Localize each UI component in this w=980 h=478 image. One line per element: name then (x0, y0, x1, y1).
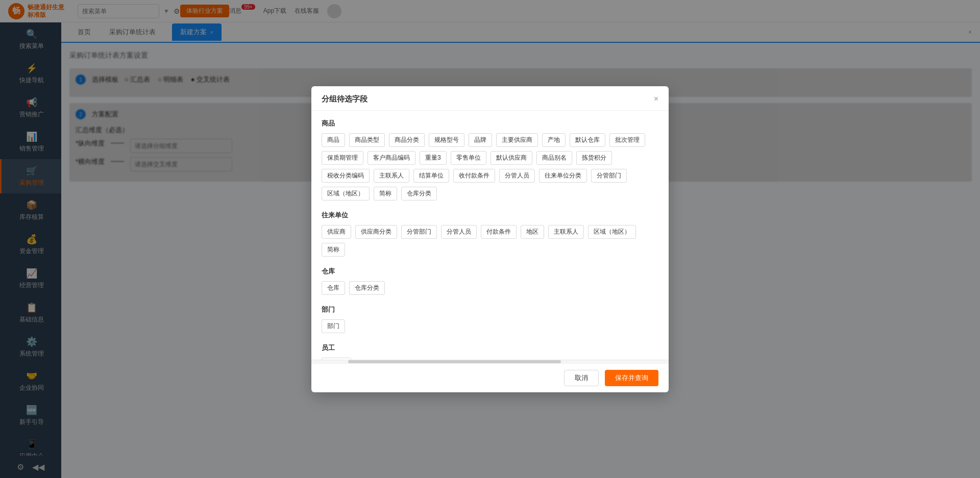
field-tag-partner-region[interactable]: 区域（地区） (588, 225, 636, 239)
field-tag-origin[interactable]: 产地 (542, 133, 566, 147)
field-tag-default-supplier[interactable]: 默认供应商 (491, 151, 532, 165)
field-tag-payment-cond[interactable]: 付款条件 (481, 225, 517, 239)
modal-hscrollbar[interactable] (311, 360, 669, 363)
section-title-warehouse: 仓库 (322, 267, 658, 276)
modal-title: 分组待选字段 (322, 94, 368, 104)
modal-footer: 取消 保存并查询 (311, 363, 669, 392)
field-tag-retail-unit[interactable]: 零售单位 (451, 151, 486, 165)
field-tag-payment-terms[interactable]: 收付款条件 (453, 169, 495, 183)
field-tag-customer-code[interactable]: 客户商品编码 (368, 151, 415, 165)
field-tag-partner-supervisor[interactable]: 分管人员 (441, 225, 477, 239)
field-tag-goods-type[interactable]: 商品类型 (349, 133, 385, 147)
field-tag-dept[interactable]: 分管部门 (591, 169, 627, 183)
field-tag-default-warehouse[interactable]: 默认仓库 (570, 133, 605, 147)
field-section-warehouse: 仓库 仓库 仓库分类 (322, 267, 658, 295)
field-section-employee: 员工 业务员 (322, 343, 658, 360)
field-tag-department[interactable]: 部门 (322, 319, 345, 333)
field-tags-department: 部门 (322, 319, 658, 333)
field-tag-area[interactable]: 地区 (521, 225, 544, 239)
section-title-goods: 商品 (322, 119, 658, 128)
field-tag-main-contact[interactable]: 主联系人 (374, 169, 409, 183)
field-tag-partner-category[interactable]: 往来单位分类 (539, 169, 587, 183)
field-section-partner: 往来单位 供应商 供应商分类 分管部门 分管人员 付款条件 地区 主联系人 区域… (322, 211, 658, 257)
field-tag-shelf-life[interactable]: 保质期管理 (322, 151, 363, 165)
field-tag-spec-model[interactable]: 规格型号 (429, 133, 464, 147)
field-tag-settlement-unit[interactable]: 结算单位 (413, 169, 449, 183)
field-tag-warehouse-cat[interactable]: 仓库分类 (349, 281, 385, 295)
field-tag-weight[interactable]: 重量3 (420, 151, 447, 165)
section-title-department: 部门 (322, 305, 658, 314)
modal-body[interactable]: 商品 商品 商品类型 商品分类 规格型号 品牌 主要供应商 产地 默认仓库 批次… (311, 111, 669, 360)
field-tag-short-name[interactable]: 简称 (374, 187, 397, 200)
field-tags-partner: 供应商 供应商分类 分管部门 分管人员 付款条件 地区 主联系人 区域（地区） … (322, 225, 658, 257)
modal-confirm-btn[interactable]: 保存并查询 (605, 370, 658, 386)
section-title-partner: 往来单位 (322, 211, 658, 220)
field-tag-brand[interactable]: 品牌 (469, 133, 492, 147)
field-tags-goods: 商品 商品类型 商品分类 规格型号 品牌 主要供应商 产地 默认仓库 批次管理 … (322, 133, 658, 200)
field-tag-partner-short[interactable]: 简称 (322, 243, 345, 257)
field-section-goods: 商品 商品 商品类型 商品分类 规格型号 品牌 主要供应商 产地 默认仓库 批次… (322, 119, 658, 200)
modal-header: 分组待选字段 × (311, 86, 669, 111)
field-tag-goods-alias[interactable]: 商品别名 (536, 151, 572, 165)
field-tag-pick-score[interactable]: 拣货积分 (576, 151, 612, 165)
field-tag-warehouse[interactable]: 仓库 (322, 281, 345, 295)
field-tag-goods-category[interactable]: 商品分类 (389, 133, 425, 147)
field-tag-main-supplier[interactable]: 主要供应商 (496, 133, 538, 147)
field-tag-supervisor[interactable]: 分管人员 (499, 169, 535, 183)
modal-overlay: 分组待选字段 × 商品 商品 商品类型 商品分类 规格型号 品牌 主要供应商 产… (0, 0, 980, 478)
field-tag-warehouse-category[interactable]: 仓库分类 (401, 187, 437, 200)
field-tag-supplier-category[interactable]: 供应商分类 (355, 225, 397, 239)
field-tag-batch-mgmt[interactable]: 批次管理 (609, 133, 645, 147)
field-tag-tax-code[interactable]: 税收分类编码 (322, 169, 370, 183)
modal-close-btn[interactable]: × (654, 94, 658, 104)
section-title-employee: 员工 (322, 343, 658, 353)
modal-cancel-btn[interactable]: 取消 (564, 370, 599, 386)
field-tag-partner-contact[interactable]: 主联系人 (548, 225, 584, 239)
field-tag-goods[interactable]: 商品 (322, 133, 345, 147)
field-tags-warehouse: 仓库 仓库分类 (322, 281, 658, 295)
modal-field-selector: 分组待选字段 × 商品 商品 商品类型 商品分类 规格型号 品牌 主要供应商 产… (311, 86, 669, 392)
field-section-department: 部门 部门 (322, 305, 658, 333)
field-tag-supplier[interactable]: 供应商 (322, 225, 351, 239)
field-tag-partner-dept[interactable]: 分管部门 (401, 225, 437, 239)
field-tag-region[interactable]: 区域（地区） (322, 187, 370, 200)
